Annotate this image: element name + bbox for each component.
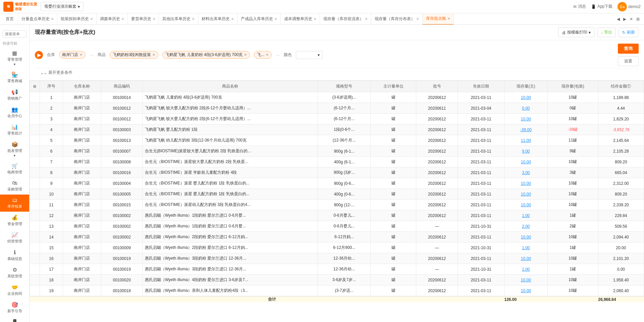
tab-item-8[interactable]: 现存量（库存状况表）✕	[320, 13, 371, 25]
tab-item-6[interactable]: 产成品入库单历史✕	[237, 13, 281, 25]
row-stock-main-0[interactable]: 10.00	[504, 92, 547, 103]
page-title: 现存量查询(按仓库+批次)	[35, 29, 95, 36]
sidebar-item-电商管理[interactable]: 🛒 电商管理	[0, 160, 29, 177]
tab-item-10[interactable]: 库存批次账✕	[423, 13, 454, 25]
tab-item-9[interactable]: 现存量（库存分布表）✕	[371, 13, 423, 25]
sidebar-item-零售商城[interactable]: 🏪 零售商城	[0, 69, 29, 86]
settings-btn[interactable]: 设置	[618, 56, 639, 66]
tab-close-btn-3[interactable]: ✕	[153, 17, 155, 21]
product-tag-3-remove[interactable]: ✕	[266, 53, 269, 57]
tab-maximize[interactable]: ⊞	[635, 16, 641, 22]
row-spec-16: 12-36月幼...	[318, 264, 370, 275]
row-stock-main-16[interactable]: 1.00	[504, 264, 547, 275]
row-stock-main-10[interactable]: 10.00	[504, 200, 547, 210]
row-stock-main-3[interactable]: -39.00	[504, 124, 547, 135]
row-stock-main-14[interactable]: 1.00	[504, 243, 547, 253]
tab-close-btn-5[interactable]: ✕	[231, 17, 234, 21]
expand-more-btn[interactable]: ⌄⌄ 展开更多条件	[35, 68, 639, 77]
table-row: 19 南岸门店 00100018 惠氏启颛（Wyeth illuma）亲和人体儿…	[30, 285, 644, 297]
app-download-icon: 📱	[591, 4, 596, 9]
row-stock-main-6[interactable]: 10.00	[504, 157, 547, 167]
tab-item-0[interactable]: 分量盘点单历史✕	[18, 13, 57, 25]
row-spec-6: 400g (6-1...	[318, 157, 370, 167]
account-dropdown[interactable]: 母婴行业演示账套 ▾	[41, 2, 84, 11]
sidebar-item-企业协同[interactable]: 🤝 企业协同	[0, 281, 29, 299]
tab-item-1[interactable]: 组装拆卸单历史✕	[57, 13, 97, 25]
sidebar-item-icon-7: 🛍	[12, 180, 17, 186]
sidebar-item-label-13: 企业协同	[7, 291, 22, 296]
tab-close-btn-6[interactable]: ✕	[274, 17, 277, 21]
sidebar-item-营销推广[interactable]: 📢 营销推广	[0, 86, 29, 104]
refresh-btn[interactable]: ↻ 刷新	[619, 28, 639, 37]
tab-item-3[interactable]: 要货单历史✕	[128, 13, 159, 25]
row-stock-main-17[interactable]: 10.00	[504, 275, 547, 285]
query-btn[interactable]: 查询	[618, 44, 639, 54]
tab-close-all[interactable]: ✕	[628, 16, 634, 22]
app-download-btn[interactable]: 📱 App下载	[591, 4, 612, 9]
sidebar-item-系统管理[interactable]: ⚙ 系统管理	[0, 264, 29, 281]
row-stock-pack-3: -39罐	[547, 124, 598, 135]
sidebar-item-经营管理[interactable]: 📈 经营管理	[0, 229, 29, 247]
sidebar-item-批发管理[interactable]: 📦 批发管理 ▼	[0, 139, 29, 160]
row-stock-main-2[interactable]: 10.00	[504, 114, 547, 124]
export-btn[interactable]: ↓ 导出	[597, 28, 616, 37]
row-balance-9: 809.20	[598, 189, 644, 200]
sidebar-item-会员中心[interactable]: 👥 会员中心	[0, 104, 29, 121]
product-more-btn[interactable]: ···	[276, 52, 280, 58]
tab-close-btn-9[interactable]: ✕	[416, 17, 419, 21]
col-settings-header[interactable]: ⚙	[30, 81, 40, 92]
tab-item-2[interactable]: 调拨单历史✕	[97, 13, 128, 25]
tab-next-arrow[interactable]: ▶	[622, 16, 628, 22]
sidebar-item-零售统计[interactable]: 📊 零售统计	[0, 121, 29, 139]
tab-item-5[interactable]: 材料出库单历史✕	[198, 13, 237, 25]
product-tag-2-remove[interactable]: ✕	[244, 53, 247, 57]
tab-close-btn-8[interactable]: ✕	[365, 17, 368, 21]
sidebar-item-新手引导[interactable]: 🎯 新手引导	[0, 299, 29, 316]
sidebar-item-资金管理[interactable]: 💰 资金管理	[0, 212, 29, 229]
tab-prev-arrow[interactable]: ◀	[615, 16, 621, 22]
row-stock-main-12[interactable]: 2.00	[504, 221, 547, 232]
user-area[interactable]: Ea demo2	[618, 2, 641, 11]
color-filter-select[interactable]: ▾	[296, 51, 323, 59]
row-stock-main-7[interactable]: 3.00	[504, 167, 547, 178]
filter-toggle-btn[interactable]: ▶	[35, 51, 43, 59]
row-stock-main-9[interactable]: 10.00	[504, 189, 547, 200]
sidebar-item-采购管理[interactable]: 🛍 采购管理	[0, 177, 29, 195]
row-stock-main-4[interactable]: 11.00	[504, 135, 547, 146]
row-stock-main-11[interactable]: 1.00	[504, 210, 547, 221]
tab-close-btn-2[interactable]: ✕	[121, 17, 124, 21]
warehouse-more-btn[interactable]: ···	[90, 52, 94, 58]
row-stock-main-1[interactable]: 0.00	[504, 103, 547, 114]
tab-close-btn-10[interactable]: ✕	[447, 17, 450, 20]
tab-nav-arrows: ◀ ▶ ✕ ⊞	[614, 16, 642, 22]
footer-label: 合计	[40, 296, 504, 302]
product-tag-1-remove[interactable]: ✕	[152, 53, 155, 57]
sidebar-item-应用中心[interactable]: 📱 应用中心	[0, 316, 29, 322]
tab-label: 要货单历史	[131, 16, 151, 22]
row-stock-main-5[interactable]: 9.00	[504, 146, 547, 157]
message-btn[interactable]: ✉ 消息	[573, 4, 586, 9]
search-input[interactable]	[3, 30, 26, 38]
page-header: 现存量查询(按仓库+批次) 🖨 按模板打印 ▾ ↓ 导出 ↻ 刷新	[30, 25, 644, 40]
row-stock-main-15[interactable]: 10.00	[504, 253, 547, 264]
row-unit-15: 罐	[371, 253, 416, 264]
sidebar-item-零售管理[interactable]: ▦ 零售管理 ▼	[0, 47, 29, 69]
sidebar-item-库存核算[interactable]: 🗂 库存核算	[0, 195, 29, 212]
tab-close-btn-1[interactable]: ✕	[90, 17, 93, 21]
tab-item-7[interactable]: 成本调整单历史✕	[281, 13, 320, 25]
row-stock-main-18[interactable]: 10.00	[504, 285, 547, 297]
tab-close-btn-4[interactable]: ✕	[192, 17, 195, 21]
tab-item-4[interactable]: 其他出库单历史✕	[159, 13, 198, 25]
row-spec-13: 6-12月妈...	[318, 232, 370, 243]
row-unit-7: 罐	[371, 167, 416, 178]
tab-close-btn-7[interactable]: ✕	[314, 17, 316, 21]
template-print-btn[interactable]: 🖨 按模板打印 ▾	[558, 28, 594, 37]
tab-home[interactable]: 首页	[2, 13, 18, 25]
tab-close-btn-0[interactable]: ✕	[51, 17, 54, 21]
sidebar-item-基础信息[interactable]: ℹ 基础信息	[0, 247, 29, 264]
warehouse-tag-remove[interactable]: ✕	[79, 53, 83, 57]
row-unit-4: 罐	[371, 135, 416, 146]
row-stock-main-8[interactable]: 10.00	[504, 178, 547, 189]
row-stock-main-13[interactable]: 10.00	[504, 232, 547, 243]
sidebar-nav-label: 快捷导航	[0, 40, 29, 47]
